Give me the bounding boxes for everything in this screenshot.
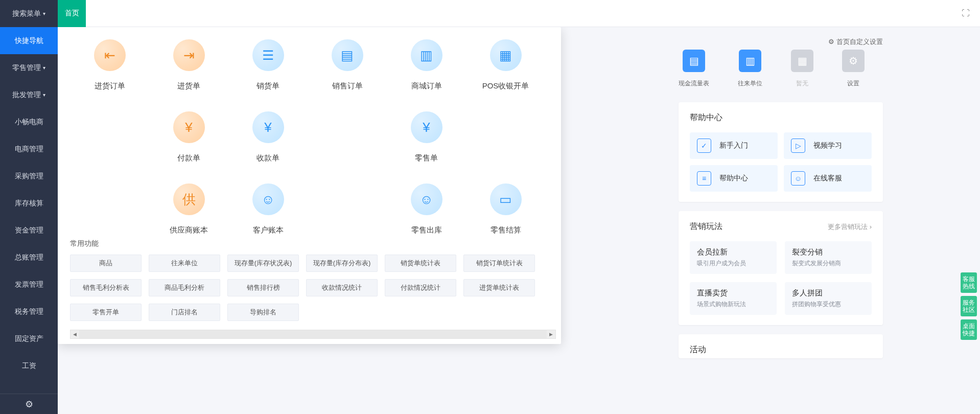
chevron-down-icon: ▾ — [43, 92, 45, 98]
placeholder-icon: ▦ — [798, 55, 807, 67]
sidebar-item-assets[interactable]: 固定资产 — [0, 325, 58, 352]
sidebar-item-xiaochang[interactable]: 小畅电商 — [0, 108, 58, 135]
sidebar-item-label: 电商管理 — [15, 145, 43, 154]
node-pos-bill[interactable]: ▦POS收银开单 — [466, 39, 545, 91]
node-retail-settle[interactable]: ▭零售结算 — [466, 183, 545, 235]
fn-product-gross[interactable]: 商品毛利分析 — [149, 279, 220, 296]
float-hotline[interactable]: 客服热线 — [961, 272, 977, 293]
sidebar-item-ecommerce[interactable]: 电商管理 — [0, 135, 58, 163]
doc-icon: ▥ — [420, 48, 433, 63]
node-sales-order[interactable]: ▤销售订单 — [308, 39, 387, 91]
fn-receipt-stat[interactable]: 收款情况统计 — [306, 279, 378, 296]
node-supplier-ledger[interactable]: 供供应商账本 — [149, 183, 228, 235]
top-icon-cashflow[interactable]: ▤现金流量表 — [679, 50, 709, 88]
node-customer-ledger[interactable]: ☺客户账本 — [228, 183, 308, 235]
sidebar-item-wholesale[interactable]: 批发管理▾ — [0, 81, 58, 108]
settle-icon: ▭ — [499, 192, 512, 208]
sidebar-item-funds[interactable]: 资金管理 — [0, 217, 58, 244]
horizontal-scrollbar[interactable]: ◀ ▶ — [70, 330, 556, 339]
sidebar-item-label: 快捷导航 — [15, 36, 43, 45]
sidebar-item-salary[interactable]: 工资 — [0, 352, 58, 379]
mkt-fission[interactable]: 裂变分销裂变式发展分销商 — [785, 241, 872, 274]
top-icon-empty[interactable]: ▦暂无 — [791, 50, 813, 88]
sidebar-item-label: 发票管理 — [15, 280, 43, 289]
out-icon: ☺ — [419, 192, 433, 208]
help-newbie[interactable]: ✓新手入门 — [690, 132, 778, 159]
main-area: ⇤进货订单 ⇥进货单 ☰销货单 ▤销售订单 ▥商城订单 ▦POS收银开单 ¥付款… — [58, 27, 980, 414]
help-center-card: 帮助中心 ✓新手入门 ▷视频学习 ≡帮助中心 ☺在线客服 — [679, 102, 883, 202]
sidebar-item-label: 小畅电商 — [15, 118, 43, 127]
sidebar-settings[interactable]: ⚙ — [0, 394, 58, 414]
fn-stock-status[interactable]: 现存量(库存状况表) — [227, 255, 299, 272]
sidebar-item-purchase[interactable]: 采购管理 — [0, 163, 58, 190]
mkt-group[interactable]: 多人拼团拼团购物享受优惠 — [785, 282, 872, 315]
help-video[interactable]: ▷视频学习 — [784, 132, 872, 159]
sidebar-item-search[interactable]: 搜索菜单▾ — [0, 0, 58, 27]
sidebar-item-tax[interactable]: 税务管理 — [0, 298, 58, 325]
sidebar-item-ledger[interactable]: 总账管理 — [0, 244, 58, 271]
doc-icon: ▦ — [499, 48, 512, 63]
fullscreen-icon[interactable]: ⛶ — [962, 9, 970, 18]
node-retail-out[interactable]: ☺零售出库 — [387, 183, 466, 235]
node-purchase-bill[interactable]: ⇥进货单 — [149, 39, 228, 91]
common-functions-title: 常用功能 — [70, 239, 556, 248]
sidebar-item-label: 税务管理 — [15, 307, 43, 316]
help-center[interactable]: ≡帮助中心 — [690, 165, 778, 192]
sidebar-item-label: 资金管理 — [15, 226, 43, 235]
node-purchase-order[interactable]: ⇤进货订单 — [70, 39, 149, 91]
chevron-down-icon: ▾ — [43, 11, 45, 16]
sidebar-item-inventory[interactable]: 库存核算 — [0, 190, 58, 217]
mkt-member[interactable]: 会员拉新吸引用户成为会员 — [690, 241, 777, 274]
node-payment[interactable]: ¥付款单 — [149, 111, 228, 163]
fn-stock-dist[interactable]: 现存量(库存分布表) — [306, 255, 378, 272]
sidebar-item-label: 固定资产 — [15, 334, 43, 343]
float-community[interactable]: 服务社区 — [961, 296, 977, 316]
fn-retail-open[interactable]: 零售开单 — [70, 304, 142, 321]
mkt-live[interactable]: 直播卖货场景式购物新玩法 — [690, 282, 777, 315]
node-retail-bill[interactable]: ¥零售单 — [387, 111, 466, 163]
topbar: 首页 ⛶ — [58, 0, 980, 27]
money-icon: ¥ — [423, 120, 430, 135]
money-icon: ¥ — [264, 120, 271, 135]
tab-label: 首页 — [65, 9, 79, 18]
fn-product[interactable]: 商品 — [70, 255, 142, 272]
help-support[interactable]: ☺在线客服 — [784, 165, 872, 192]
fn-guide-rank[interactable]: 导购排名 — [227, 304, 299, 321]
gear-icon: ⚙ — [25, 399, 33, 410]
node-mall-order[interactable]: ▥商城订单 — [387, 39, 466, 91]
sidebar: 搜索菜单▾ 快捷导航 零售管理▾ 批发管理▾ 小畅电商 电商管理 采购管理 库存… — [0, 0, 58, 414]
fn-store-rank[interactable]: 门店排名 — [149, 304, 220, 321]
node-sales-bill[interactable]: ☰销货单 — [228, 39, 308, 91]
help-title: 帮助中心 — [690, 112, 722, 123]
top-icon-contacts[interactable]: ▥往来单位 — [738, 50, 762, 88]
sidebar-item-retail[interactable]: 零售管理▾ — [0, 54, 58, 81]
sidebar-item-label: 批发管理 — [12, 90, 41, 100]
play-icon: ▷ — [791, 139, 805, 153]
check-icon: ✓ — [697, 139, 711, 153]
fn-payment-stat[interactable]: 付款情况统计 — [385, 279, 456, 296]
marketing-title: 营销玩法 — [690, 221, 722, 232]
fn-sales-rank[interactable]: 销售排行榜 — [227, 279, 299, 296]
fn-purchase-stat[interactable]: 进货单统计表 — [463, 279, 535, 296]
list-icon: ☰ — [262, 48, 274, 63]
fn-contacts[interactable]: 往来单位 — [149, 255, 220, 272]
node-receipt[interactable]: ¥收款单 — [228, 111, 308, 163]
sidebar-item-invoice[interactable]: 发票管理 — [0, 271, 58, 298]
scroll-right-icon[interactable]: ▶ — [547, 330, 555, 338]
sidebar-item-quicknav[interactable]: 快捷导航 — [0, 27, 58, 54]
float-desktop[interactable]: 桌面快捷 — [961, 319, 977, 340]
building-icon: ▥ — [745, 55, 755, 67]
scroll-left-icon[interactable]: ◀ — [71, 330, 79, 338]
top-icon-row: ▤现金流量表 ▥往来单位 ▦暂无 ⚙设置 — [679, 50, 883, 88]
scroll-track[interactable] — [79, 330, 547, 338]
sidebar-item-label: 零售管理 — [12, 63, 41, 73]
top-icon-settings[interactable]: ⚙设置 — [842, 50, 865, 88]
tab-home[interactable]: 首页 — [58, 0, 86, 27]
custom-settings-link[interactable]: ⚙ 首页自定义设置 — [679, 37, 883, 47]
flow-grid: ⇤进货订单 ⇥进货单 ☰销货单 ▤销售订单 ▥商城订单 ▦POS收银开单 ¥付款… — [70, 39, 556, 235]
fn-sales-order-stat[interactable]: 销货订单统计表 — [463, 255, 535, 272]
fn-sales-bill-stat[interactable]: 销货单统计表 — [385, 255, 456, 272]
fn-sales-gross[interactable]: 销售毛利分析表 — [70, 279, 142, 296]
doc-icon: ▤ — [341, 48, 354, 63]
marketing-more-link[interactable]: 更多营销玩法 › — [828, 222, 872, 232]
